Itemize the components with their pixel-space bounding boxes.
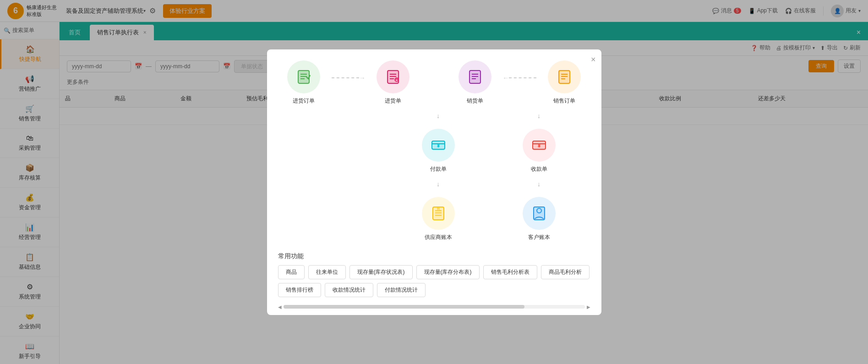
scroll-left-arrow[interactable]: ◀ <box>278 304 282 310</box>
flow-arrows-down: ↓ ↓ <box>278 112 590 121</box>
flow-node-purchase-order[interactable]: 进货订单 <box>278 60 330 105</box>
customer-account-label: 客户账本 <box>528 234 550 241</box>
modal-overlay[interactable]: × 进货订单 <box>0 0 868 364</box>
arrow-down-sales-bill: ↓ <box>507 112 571 121</box>
supplier-account-label: 供应商账本 <box>425 234 452 241</box>
common-btn-sales-gross[interactable]: 销售毛利分析表 <box>483 265 537 279</box>
flow-row-1: 进货订单 → <box>278 60 590 105</box>
flow-node-sales-bill[interactable]: 销货单 <box>449 60 501 105</box>
customer-account-circle <box>523 197 556 230</box>
svg-text:账: 账 <box>437 207 440 210</box>
common-btn-sales-ranking[interactable]: 销售排行榜 <box>278 283 321 297</box>
common-btn-product-gross[interactable]: 商品毛利分析 <box>541 265 590 279</box>
sales-bill-circle <box>459 60 491 93</box>
common-btn-counterparty[interactable]: 往来单位 <box>308 265 346 279</box>
arrow-down-payment: ↓ <box>406 180 470 190</box>
supplier-account-icon: 账 <box>431 206 446 221</box>
purchase-bill-label: 进货单 <box>385 97 401 105</box>
svg-text:+: + <box>396 78 398 82</box>
common-btn-stock-dist[interactable]: 现存量(库存分布表) <box>416 265 480 279</box>
customer-account-icon <box>532 206 546 221</box>
payment-bill-icon: ¥ <box>431 138 446 152</box>
arrow-purchase-to-bill: → <box>330 74 367 81</box>
modal-scroll-bar: ◀ ▶ <box>278 304 590 310</box>
common-buttons-container: 商品 往来单位 现存量(库存状况表) 现存量(库存分布表) 销售毛利分析表 商品… <box>278 265 590 279</box>
common-btn-product[interactable]: 商品 <box>278 265 305 279</box>
common-functions-section: 常用功能 商品 往来单位 现存量(库存状况表) 现存量(库存分布表) 销售毛利分… <box>278 252 590 297</box>
scroll-thumb <box>284 305 524 309</box>
receipt-bill-circle: ¥ <box>523 129 556 162</box>
sales-bill-label: 销货单 <box>467 97 483 105</box>
modal-dialog: × 进货订单 <box>267 49 601 315</box>
flow-node-sales-order[interactable]: 销售订单 <box>538 60 590 105</box>
purchase-order-label: 进货订单 <box>293 97 315 105</box>
flow-node-payment-bill[interactable]: ¥ 付款单 <box>406 129 470 173</box>
flow-node-supplier-account[interactable]: 账 供应商账本 <box>406 197 470 241</box>
common-btn-receipt-stats[interactable]: 收款情况统计 <box>325 283 373 297</box>
purchase-bill-icon: + <box>386 70 400 84</box>
purchase-order-circle <box>287 60 320 93</box>
modal-close-button[interactable]: × <box>591 55 596 65</box>
flow-arrows-down-2: ↓ ↓ <box>278 180 590 190</box>
common-btn-payment-stats[interactable]: 付款情况统计 <box>377 283 426 297</box>
arrow-sales-order-to-bill: ← <box>501 74 538 81</box>
arrow-down-purchase-bill: ↓ <box>406 112 470 121</box>
common-functions-title: 常用功能 <box>278 252 590 261</box>
common-buttons-row2: 销售排行榜 收款情况统计 付款情况统计 <box>278 283 590 297</box>
purchase-order-icon <box>296 70 311 84</box>
supplier-account-circle: 账 <box>422 197 455 230</box>
sales-order-label: 销售订单 <box>553 97 575 105</box>
common-btn-stock-status[interactable]: 现存量(库存状况表) <box>349 265 413 279</box>
scroll-right-arrow[interactable]: ▶ <box>587 304 590 310</box>
sales-order-circle <box>548 60 581 93</box>
purchase-bill-circle: + <box>377 60 409 93</box>
payment-bill-circle: ¥ <box>422 129 455 162</box>
flow-section: 进货订单 → <box>278 60 590 241</box>
flow-row-3: 账 供应商账本 客户 <box>278 197 590 241</box>
scroll-track[interactable] <box>284 305 585 309</box>
payment-bill-label: 付款单 <box>430 165 447 173</box>
flow-node-receipt-bill[interactable]: ¥ 收款单 <box>507 129 571 173</box>
flow-node-purchase-bill[interactable]: + 进货单 <box>367 60 419 105</box>
receipt-bill-icon: ¥ <box>532 138 546 152</box>
sales-bill-icon <box>468 70 482 84</box>
sales-order-icon <box>557 70 572 84</box>
flow-row-2: ¥ 付款单 ¥ <box>278 129 590 173</box>
receipt-bill-label: 收款单 <box>531 165 547 173</box>
flow-node-customer-account[interactable]: 客户账本 <box>507 197 571 241</box>
arrow-down-receipt: ↓ <box>507 180 571 190</box>
